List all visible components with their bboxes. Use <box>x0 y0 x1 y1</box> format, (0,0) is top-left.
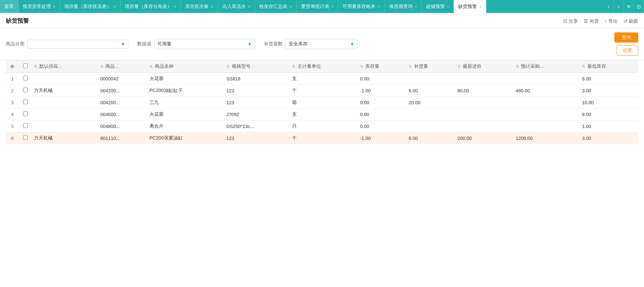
row-checkbox[interactable] <box>23 100 28 104</box>
cell-min-stock: 8.00 <box>580 73 638 85</box>
col-default-supplier[interactable]: ⇅ 默认供应... <box>32 60 98 73</box>
row-checkbox-cell <box>19 109 32 120</box>
row-checkbox[interactable] <box>23 88 28 92</box>
close-icon[interactable]: × <box>447 4 449 9</box>
col-spec[interactable]: ⇅ 规格型号 <box>224 60 290 73</box>
tab-overstock[interactable]: 超储预警 × <box>422 0 454 13</box>
header-actions: ⊡ 分享 ☰ 补货 ↑ 导出 ↺ 刷新 <box>563 18 639 25</box>
cell-stock-qty: 0.00 <box>358 120 406 132</box>
cell-replenish-qty: 6.00 <box>406 85 455 97</box>
cell-estimated-purchase <box>514 120 580 132</box>
table-row: 3 004200... 三九 123 箱 0.00 20.00 10.00 <box>6 97 638 109</box>
replenish-base-value: 安全库存 <box>289 41 308 47</box>
row-checkbox[interactable] <box>23 111 28 116</box>
share-action[interactable]: ⊡ 分享 <box>563 18 578 25</box>
col-estimated-purchase[interactable]: ⇅ 预计采购... <box>514 60 580 73</box>
close-icon[interactable]: × <box>248 4 250 9</box>
row-checkbox[interactable] <box>23 76 28 80</box>
export-action[interactable]: ↑ 导出 <box>605 18 618 25</box>
tab-scroll-right[interactable]: › <box>614 0 624 13</box>
tab-stock-dist[interactable]: 现存量（库存分布表） × <box>121 0 181 13</box>
tab-close-current[interactable]: ✕ <box>624 0 634 13</box>
table-container: ⚙ ⇅ 默认供应... ⇅ 商品... ⇅ 商品名称 <box>0 60 644 144</box>
select-all-checkbox[interactable] <box>23 63 28 68</box>
filter-area: 商品分类 ▼ 数据源 可用量 ▼ 补货基数 安全库存 ▼ <box>0 28 644 60</box>
tab-abnormal[interactable]: 拣货异常处理 × <box>18 0 60 13</box>
close-icon[interactable]: × <box>174 4 176 9</box>
col-min-stock[interactable]: ⇅ 最低库存 <box>580 60 638 73</box>
cell-product-code: 004200... <box>98 97 147 109</box>
col-checkbox <box>19 60 32 73</box>
close-icon[interactable]: × <box>331 4 334 9</box>
main-content: 缺货预警 ⊡ 分享 ☰ 补货 ↑ 导出 ↺ 刷新 商品分类 <box>0 13 644 287</box>
row-checkbox[interactable] <box>23 123 28 128</box>
category-label: 商品分类 <box>6 41 25 47</box>
col-stock-qty[interactable]: ⇅ 库存量 <box>358 60 406 73</box>
tab-home[interactable]: 首页 <box>0 0 18 13</box>
col-product-name[interactable]: ⇅ 商品名称 <box>147 60 224 73</box>
cell-replenish-qty: 20.00 <box>406 97 455 109</box>
row-checkbox[interactable] <box>23 135 28 140</box>
cell-unit: 个 <box>290 132 358 144</box>
row-number: 6 <box>6 132 19 144</box>
close-icon[interactable]: × <box>53 4 55 9</box>
filter-row: 商品分类 ▼ 数据源 可用量 ▼ 补货基数 安全库存 ▼ <box>6 39 607 49</box>
replenish-base-select[interactable]: 安全库存 ▼ <box>286 39 358 49</box>
refresh-action[interactable]: ↺ 刷新 <box>623 18 638 25</box>
sort-icon: ⇅ <box>360 64 363 69</box>
tab-scroll-left[interactable]: ‹ <box>604 0 614 13</box>
cell-latest-price <box>455 73 514 85</box>
col-replenish-qty[interactable]: ⇅ 补货量 <box>406 60 455 73</box>
close-icon[interactable]: × <box>290 4 292 9</box>
query-button[interactable]: 查询 <box>614 32 638 43</box>
cell-product-name: 火花塞 <box>147 73 224 85</box>
cell-replenish-qty <box>406 120 455 132</box>
cell-min-stock: 3.00 <box>580 85 638 97</box>
row-checkbox-cell <box>19 73 32 85</box>
tab-shortage[interactable]: 缺货预警 × <box>454 0 486 13</box>
col-settings[interactable]: ⚙ <box>6 60 19 73</box>
cell-latest-price <box>455 109 514 120</box>
cell-replenish-qty <box>406 73 455 85</box>
close-icon[interactable]: × <box>378 4 380 9</box>
settings-button[interactable]: 设置 <box>617 45 638 56</box>
cell-product-code: 004600... <box>98 109 147 120</box>
tab-stock-status[interactable]: 现存量（库存状况表） × <box>60 0 120 13</box>
row-checkbox-cell <box>19 97 32 109</box>
tab-expiry-query[interactable]: 保质期查询 × <box>385 0 422 13</box>
col-latest-price[interactable]: ⇅ 最新进价 <box>455 60 514 73</box>
tab-available-ledger[interactable]: 可用量库存账本 × <box>338 0 384 13</box>
tab-inout-flow[interactable]: 出入库流水 × <box>218 0 255 13</box>
sort-icon: ⇅ <box>409 64 412 69</box>
cell-default-supplier: 力天机械 <box>32 85 98 97</box>
tab-collection-summary[interactable]: 收发存汇总表 × <box>255 0 296 13</box>
close-icon[interactable]: × <box>211 4 213 9</box>
replenish-action[interactable]: ☰ 补货 <box>584 18 599 25</box>
category-select[interactable]: ▼ <box>27 40 129 49</box>
col-product-code[interactable]: ⇅ 商品... <box>98 60 147 73</box>
tab-nav-buttons: ‹ › ✕ ⊡ <box>604 0 644 13</box>
cell-product-code: 004200... <box>98 85 147 97</box>
close-icon[interactable]: × <box>479 4 481 9</box>
datasource-select[interactable]: 可用量 ▼ <box>154 39 255 49</box>
tab-batch-account[interactable]: 库存批次账 × <box>181 0 218 13</box>
row-number: 3 <box>6 97 19 109</box>
cell-latest-price <box>455 120 514 132</box>
cell-latest-price: 80.00 <box>455 85 514 97</box>
replenish-base-filter-group: 补货基数 安全库存 ▼ <box>264 39 358 49</box>
cell-product-code: 004800... <box>98 120 147 132</box>
tab-maximize[interactable]: ⊡ <box>634 0 644 13</box>
sort-icon: ⇅ <box>34 64 37 69</box>
cell-estimated-purchase: 480.00 <box>514 85 580 97</box>
close-icon[interactable]: × <box>415 4 417 9</box>
close-icon[interactable]: × <box>113 4 116 9</box>
cell-stock-qty: 0.00 <box>358 109 406 120</box>
tab-order-stats[interactable]: 要货单统计表 × <box>297 0 338 13</box>
cell-default-supplier <box>32 73 98 85</box>
col-unit[interactable]: ⇅ 主计量单位 <box>290 60 358 73</box>
cell-min-stock: 8.00 <box>580 109 638 120</box>
row-checkbox-cell <box>19 120 32 132</box>
cell-stock-qty: -1.00 <box>358 85 406 97</box>
cell-latest-price: 200.00 <box>455 132 514 144</box>
cell-spec: DS250*23c... <box>224 120 290 132</box>
